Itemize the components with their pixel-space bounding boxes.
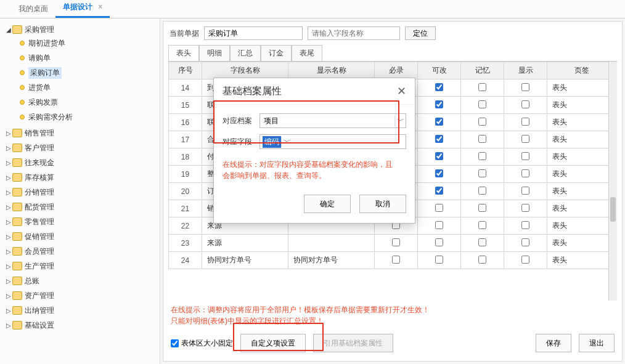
expand-icon[interactable]: ▷ — [5, 263, 12, 270]
folder-icon — [12, 306, 22, 315]
cancel-button[interactable]: 取消 — [359, 195, 406, 213]
locate-button[interactable]: 定位 — [405, 26, 436, 40]
tree-leaf[interactable]: 采购需求分析 — [11, 111, 160, 123]
expand-icon[interactable]: ▷ — [5, 307, 12, 314]
table-row[interactable]: 23来源表头 — [169, 235, 617, 252]
folder-icon — [12, 232, 22, 241]
col-edit: 可改 — [418, 62, 461, 79]
expand-icon[interactable]: ▷ — [5, 130, 12, 137]
folder-icon — [12, 262, 22, 270]
tab-design[interactable]: 单据设计 × — [55, 0, 110, 18]
folder-icon — [12, 173, 22, 182]
expand-icon[interactable]: ▷ — [5, 145, 12, 152]
header-bar: 当前单据 采购订单 定位 — [163, 22, 622, 45]
chevron-down-icon[interactable]: ﹀ — [394, 116, 406, 126]
section-tab[interactable]: 订金 — [261, 45, 292, 61]
tree-folder[interactable]: ▷库存核算 — [5, 171, 160, 184]
col-field: 字段名称 — [202, 62, 288, 79]
expand-icon[interactable]: ▷ — [5, 322, 12, 329]
tree-folder[interactable]: ▷分销管理 — [5, 186, 160, 198]
save-button[interactable]: 保存 — [536, 334, 571, 352]
folder-icon — [12, 129, 22, 137]
tree-root[interactable]: ◢ 采购管理 — [5, 23, 160, 36]
folder-icon — [12, 291, 22, 300]
ok-button[interactable]: 确定 — [304, 195, 351, 213]
exit-button[interactable]: 退出 — [579, 334, 615, 352]
expand-icon[interactable]: ▷ — [5, 219, 12, 225]
field-column-label: 对应字段 — [223, 137, 259, 147]
tree-folder[interactable]: ▷会员管理 — [5, 245, 160, 257]
tree-leaf[interactable]: 采购发票 — [11, 96, 160, 108]
bottom-bar: 表体区大小固定 自定义项设置 引用基础档案属性 保存 退出 — [163, 330, 622, 361]
dialog-title: 基础档案属性 — [223, 85, 282, 98]
collapse-icon[interactable]: ◢ — [5, 26, 12, 33]
doc-icon — [20, 41, 25, 46]
expand-icon[interactable]: ▷ — [5, 278, 12, 285]
tree-folder[interactable]: ▷销售管理 — [5, 127, 160, 139]
dialog-warning: 在线提示：对应字段内容受基础档案变化的影响，且 会影响到单据、报表、查询等。 — [214, 158, 415, 190]
hint-text: 在线提示：调整内容将应用于全部用户！模板保存后单据需要重新打开才生效！ 只能对明… — [163, 301, 622, 330]
section-tab[interactable]: 汇总 — [230, 45, 261, 61]
tab-design-label: 单据设计 — [63, 2, 92, 11]
section-tab[interactable]: 表头 — [168, 45, 199, 61]
col-mem: 记忆 — [461, 62, 504, 79]
folder-icon — [12, 203, 22, 211]
folder-icon — [12, 25, 22, 34]
ref-archive-button[interactable]: 引用基础档案属性 — [313, 334, 393, 352]
doc-icon — [20, 55, 25, 60]
doc-icon — [20, 70, 25, 75]
tree-folder[interactable]: ▷总账 — [5, 275, 160, 287]
expand-icon[interactable]: ▷ — [5, 189, 12, 196]
scrollbar[interactable] — [608, 62, 617, 301]
tree-folder[interactable]: ▷出纳管理 — [5, 304, 160, 317]
expand-icon[interactable]: ▷ — [5, 293, 12, 299]
tree-folder[interactable]: ▷配货管理 — [5, 201, 160, 213]
expand-icon[interactable]: ▷ — [5, 174, 12, 181]
col-seq: 序号 — [169, 62, 202, 79]
fixed-size-check[interactable]: 表体区大小固定 — [171, 338, 233, 349]
folder-icon — [12, 217, 22, 226]
folder-icon — [12, 321, 22, 330]
tree-folder[interactable]: ▷促销管理 — [5, 230, 160, 243]
expand-icon[interactable]: ▷ — [5, 204, 12, 211]
folder-icon — [12, 188, 22, 196]
current-doc-value: 采购订单 — [204, 26, 303, 40]
doc-icon — [20, 115, 25, 119]
tree-folder[interactable]: ▷生产管理 — [5, 260, 160, 272]
tree-leaf[interactable]: 进货单 — [11, 81, 160, 94]
current-doc-label: 当前单据 — [170, 28, 199, 39]
tree-folder[interactable]: ▷资产管理 — [5, 289, 160, 302]
tree-folder[interactable]: ▷零售管理 — [5, 216, 160, 228]
search-input[interactable] — [308, 26, 400, 40]
expand-icon[interactable]: ▷ — [5, 233, 12, 240]
chevron-down-icon[interactable]: ﹀ — [281, 137, 292, 147]
doc-icon — [20, 100, 25, 105]
tree-folder[interactable]: ▷基础设置 — [5, 319, 160, 331]
close-icon[interactable]: ✕ — [397, 84, 406, 98]
tree-leaf[interactable]: 期初进货单 — [11, 37, 160, 49]
folder-icon — [12, 277, 22, 285]
folder-icon — [12, 144, 22, 152]
col-show: 显示 — [504, 62, 547, 79]
expand-icon[interactable]: ▷ — [5, 248, 12, 255]
tree-folder[interactable]: ▷客户管理 — [5, 142, 160, 154]
tree-folder[interactable]: ▷往来现金 — [5, 156, 160, 169]
section-tab[interactable]: 明细 — [199, 45, 230, 61]
col-req: 必录 — [375, 62, 418, 79]
nav-tree: ◢ 采购管理 期初进货单请购单采购订单进货单采购发票采购需求分析 ▷销售管理▷客… — [0, 18, 160, 364]
field-archive-label: 对应档案 — [223, 116, 259, 126]
custom-field-button[interactable]: 自定义项设置 — [240, 334, 306, 352]
archive-select[interactable]: 项目 ﹀ — [259, 113, 406, 128]
tree-leaf[interactable]: 请购单 — [11, 52, 160, 64]
archive-property-dialog: 基础档案属性 ✕ 对应档案 项目 ﹀ 对应字段 编码 ﹀ 在线提示：对应字段内容… — [213, 78, 415, 224]
column-select[interactable]: 编码 ﹀ — [259, 134, 406, 149]
folder-icon — [12, 158, 22, 167]
tree-leaf[interactable]: 采购订单 — [11, 67, 160, 79]
close-icon[interactable]: × — [98, 2, 102, 11]
section-tabs: 表头明细汇总订金表尾 — [163, 45, 622, 61]
expand-icon[interactable]: ▷ — [5, 160, 12, 166]
folder-icon — [12, 247, 22, 256]
tab-desktop[interactable]: 我的桌面 — [11, 0, 55, 18]
table-row[interactable]: 24协同对方单号协同对方单号表头 — [169, 252, 617, 269]
section-tab[interactable]: 表尾 — [292, 45, 322, 61]
